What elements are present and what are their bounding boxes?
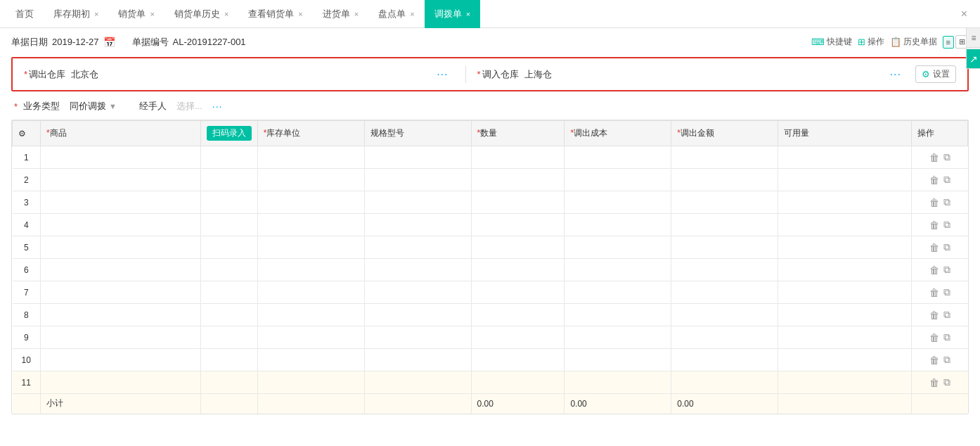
qty-cell[interactable] [471,191,565,214]
qty-cell[interactable] [471,169,565,191]
target-warehouse-more[interactable]: ··· [884,68,907,81]
amount-cell[interactable] [671,281,778,304]
unit-cell[interactable] [257,236,364,259]
tab-stock-init[interactable]: 库存期初 × [44,0,108,28]
product-cell[interactable] [41,326,201,349]
cost-cell[interactable] [565,191,671,214]
copy-row-icon[interactable]: ⧉ [943,286,950,298]
close-all-button[interactable]: × [954,8,974,20]
tab-home[interactable]: 首页 [6,0,44,28]
copy-row-icon[interactable]: ⧉ [943,196,950,208]
cost-cell[interactable] [565,281,671,304]
cost-cell[interactable] [565,214,671,236]
cost-cell[interactable] [565,349,671,371]
qty-cell[interactable] [471,326,565,349]
copy-row-icon[interactable]: ⧉ [943,331,950,343]
tab-sale-history-close[interactable]: × [224,10,228,18]
spec-cell[interactable] [364,259,471,281]
spec-cell[interactable] [364,371,471,394]
qty-cell[interactable] [471,236,565,259]
spec-cell[interactable] [364,169,471,191]
product-cell[interactable] [41,146,201,169]
sidebar-list-icon[interactable]: ≡ [967,28,980,48]
copy-row-icon[interactable]: ⧉ [943,174,950,186]
copy-row-icon[interactable]: ⧉ [943,241,950,253]
list-view-button[interactable]: ≡ [943,36,954,49]
copy-row-icon[interactable]: ⧉ [943,354,950,366]
unit-cell[interactable] [257,146,364,169]
delete-row-icon[interactable]: 🗑 [929,355,939,366]
amount-cell[interactable] [671,326,778,349]
delete-row-icon[interactable]: 🗑 [929,265,939,276]
tab-view-sale[interactable]: 查看销货单 × [238,0,312,28]
spec-cell[interactable] [364,214,471,236]
product-cell[interactable] [41,236,201,259]
product-cell[interactable] [41,281,201,304]
amount-cell[interactable] [671,146,778,169]
handler-select[interactable]: 选择... [176,100,202,113]
unit-cell[interactable] [257,304,364,326]
qty-cell[interactable] [471,349,565,371]
calendar-icon[interactable]: 📅 [103,37,115,48]
delete-row-icon[interactable]: 🗑 [929,197,939,208]
delete-row-icon[interactable]: 🗑 [929,310,939,321]
cost-cell[interactable] [565,236,671,259]
delete-row-icon[interactable]: 🗑 [929,152,939,163]
scan-entry-button[interactable]: 扫码录入 [207,126,252,141]
spec-cell[interactable] [364,349,471,371]
operation-button[interactable]: ⊞ 操作 [858,36,884,48]
tab-view-sale-close[interactable]: × [298,10,302,18]
tab-stocktake-close[interactable]: × [410,10,414,18]
tab-sale-history[interactable]: 销货单历史 × [165,0,238,28]
qty-cell[interactable] [471,304,565,326]
delete-row-icon[interactable]: 🗑 [929,332,939,343]
cost-cell[interactable] [565,304,671,326]
amount-cell[interactable] [671,371,778,394]
unit-cell[interactable] [257,169,364,191]
copy-row-icon[interactable]: ⧉ [943,376,950,388]
tab-purchase[interactable]: 进货单 × [313,0,368,28]
qty-cell[interactable] [471,371,565,394]
delete-row-icon[interactable]: 🗑 [929,287,939,298]
unit-cell[interactable] [257,326,364,349]
product-cell[interactable] [41,371,201,394]
copy-row-icon[interactable]: ⧉ [943,264,950,276]
tab-stocktake[interactable]: 盘点单 × [368,0,424,28]
spec-cell[interactable] [364,236,471,259]
delete-row-icon[interactable]: 🗑 [929,242,939,253]
source-warehouse-value[interactable]: 北京仓 [71,68,431,81]
unit-cell[interactable] [257,349,364,371]
qty-cell[interactable] [471,214,565,236]
history-button[interactable]: 📋 历史单据 [890,36,937,48]
amount-cell[interactable] [671,169,778,191]
cost-cell[interactable] [565,371,671,394]
qty-cell[interactable] [471,259,565,281]
unit-cell[interactable] [257,259,364,281]
shortcut-key-button[interactable]: ⌨ 快捷键 [811,36,852,48]
tab-sale-order[interactable]: 销货单 × [108,0,164,28]
handler-more[interactable]: ··· [212,101,223,112]
amount-cell[interactable] [671,349,778,371]
unit-cell[interactable] [257,281,364,304]
business-type-select[interactable]: 同价调拨 ▼ [70,100,117,113]
spec-cell[interactable] [364,304,471,326]
tab-purchase-close[interactable]: × [354,10,359,18]
cost-cell[interactable] [565,146,671,169]
cost-cell[interactable] [565,326,671,349]
tab-transfer-close[interactable]: × [466,10,470,18]
spec-cell[interactable] [364,326,471,349]
product-cell[interactable] [41,259,201,281]
product-cell[interactable] [41,214,201,236]
delete-row-icon[interactable]: 🗑 [929,174,939,186]
unit-cell[interactable] [257,191,364,214]
copy-row-icon[interactable]: ⧉ [943,151,950,163]
amount-cell[interactable] [671,259,778,281]
qty-cell[interactable] [471,281,565,304]
tab-sale-order-close[interactable]: × [150,10,154,18]
amount-cell[interactable] [671,236,778,259]
cost-cell[interactable] [565,259,671,281]
delete-row-icon[interactable]: 🗑 [929,377,939,388]
qty-cell[interactable] [471,146,565,169]
source-warehouse-more[interactable]: ··· [431,68,453,81]
amount-cell[interactable] [671,191,778,214]
